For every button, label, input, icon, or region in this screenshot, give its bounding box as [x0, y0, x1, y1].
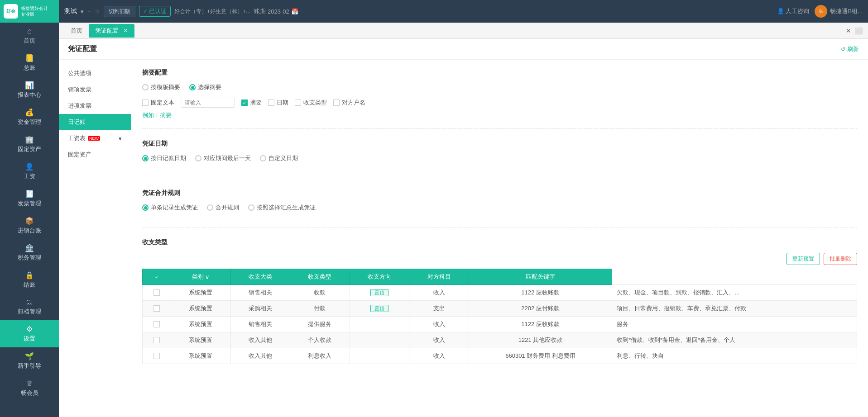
- row-checkbox[interactable]: [153, 305, 160, 312]
- section-summary-config: 摘要配置 按模版摘要 选择摘要: [142, 69, 857, 129]
- cell-income-type: 提供服务: [290, 317, 350, 332]
- sidebar-item-label: 报表中心: [18, 91, 41, 99]
- left-nav: 公共选项 销项发票 进项发票 日记账 工资表 NEW ▾: [59, 60, 131, 417]
- cell-tag: [350, 332, 409, 348]
- topbar-period: 账期 2023-02 📅: [254, 7, 298, 15]
- radio-merge-circle: [207, 204, 213, 211]
- tab-voucher-config[interactable]: 凭证配置 ✕: [89, 24, 134, 38]
- left-nav-purchase-invoice[interactable]: 进项发票: [59, 98, 131, 114]
- tax-icon: 🏦: [25, 244, 34, 252]
- sidebar-item-invoice-mgmt[interactable]: 🧾 发票管理: [0, 185, 59, 212]
- maximize-button[interactable]: ⬜: [855, 27, 863, 34]
- checkbox-fixed-text[interactable]: 固定文本: [142, 99, 174, 107]
- radio-custom-date[interactable]: 自定义日期: [260, 154, 298, 162]
- topbar-dropdown-arrow[interactable]: ▾: [81, 8, 84, 15]
- table-row: 系统预置 销售相关 收款 置顶 收入 1122 应收账款 欠款、现金、项目款、到…: [143, 285, 857, 301]
- checkbox-box-counterpart: [333, 100, 340, 106]
- sidebar-item-newbie[interactable]: 🌱 新手引导: [0, 347, 59, 374]
- left-nav-public[interactable]: 公共选项: [59, 65, 131, 81]
- help-icon: 👤: [777, 8, 784, 14]
- sidebar-item-ledger[interactable]: 📒 总账: [0, 49, 59, 76]
- checkbox-summary[interactable]: ✓ 摘要: [241, 99, 262, 107]
- refresh-button[interactable]: ↺ 刷新: [841, 45, 859, 53]
- col-checkbox[interactable]: ✓: [143, 269, 171, 285]
- app-logo: 好会 畅捷通好会计 专业版: [0, 0, 59, 23]
- radio-choose-summary[interactable]: 选择摘要: [189, 83, 221, 91]
- sidebar-item-closing[interactable]: 🔒 结账: [0, 266, 59, 294]
- cell-income-type: 个人收款: [290, 332, 350, 348]
- help-label[interactable]: 👤 人工咨询: [777, 7, 810, 15]
- topbar-tags: 好会计（专）+好生意（标）+...: [174, 8, 250, 15]
- funds-icon: 💰: [25, 108, 34, 117]
- user-name: 畅捷通B组...: [830, 7, 863, 15]
- sidebar-item-label: 发票管理: [18, 199, 41, 208]
- cell-direction: 支出: [409, 301, 469, 317]
- fixed-text-input[interactable]: [181, 98, 235, 108]
- topbar-user[interactable]: 头 畅捷通B组...: [815, 5, 863, 18]
- user-avatar: 头: [815, 5, 827, 18]
- tab-home[interactable]: 首页: [64, 24, 89, 38]
- radio-merge-rule[interactable]: 合并规则: [207, 204, 239, 212]
- page-title: 凭证配置: [68, 44, 97, 54]
- income-type-table: ✓ 类别 ∨ 收支大类 收支类型: [142, 269, 857, 364]
- switch-version-button[interactable]: 切到旧版: [104, 6, 135, 17]
- left-nav-fixed-assets[interactable]: 固定资产: [59, 147, 131, 163]
- sidebar-item-reports[interactable]: 📊 报表中心: [0, 76, 59, 104]
- table-actions: 更新预置 批量删除: [142, 253, 857, 265]
- close-window-button[interactable]: ✕: [846, 27, 851, 34]
- sidebar-item-home[interactable]: ⌂ 首页: [0, 23, 59, 49]
- left-nav-salary-table[interactable]: 工资表 NEW ▾: [59, 130, 131, 147]
- col-category[interactable]: 类别 ∨: [171, 269, 231, 285]
- left-nav-journal[interactable]: 日记账: [59, 114, 131, 130]
- row-checkbox[interactable]: [153, 353, 160, 359]
- salary-icon: 👤: [25, 162, 34, 171]
- cell-tag[interactable]: 置顶: [350, 285, 409, 301]
- radio-journal-date[interactable]: 按日记账日期: [142, 154, 186, 162]
- sidebar-item-label: 资金管理: [18, 118, 41, 126]
- row-checkbox[interactable]: [153, 337, 160, 343]
- checkbox-box-income: [295, 100, 301, 106]
- sidebar-item-tax[interactable]: 🏦 税务管理: [0, 239, 59, 266]
- checkbox-counterpart[interactable]: 对方户名: [333, 99, 365, 107]
- section-title-merge: 凭证合并规则: [142, 189, 857, 197]
- cell-direction: 收入: [409, 285, 469, 301]
- batch-delete-button[interactable]: 批量删除: [824, 253, 857, 265]
- sidebar-item-member[interactable]: ♕ 畅会员: [0, 374, 59, 402]
- left-nav-sales-invoice[interactable]: 销项发票: [59, 81, 131, 98]
- cell-account: 1122 应收账款: [469, 285, 612, 301]
- sidebar-item-funds[interactable]: 💰 资金管理: [0, 104, 59, 131]
- table-row: 系统预置 收入其他 个人收款 收入 1221 其他应收款 收到*借款、收到*备用…: [143, 332, 857, 348]
- section-voucher-date: 凭证日期 按日记账日期 对应期间最后一天 自定义日期: [142, 140, 857, 178]
- cell-account: 1122 应收账款: [469, 317, 612, 332]
- table-row: 系统预置 采购相关 付款 置顶 支出 2202 应付账款 项目、日常费用、报销款…: [143, 301, 857, 317]
- calendar-icon[interactable]: 📅: [291, 8, 298, 15]
- pin-tag[interactable]: 置顶: [370, 305, 388, 312]
- row-checkbox[interactable]: [153, 289, 160, 296]
- radio-circle: [142, 84, 149, 90]
- radio-single-circle: [142, 204, 149, 211]
- checkbox-date[interactable]: 日期: [268, 99, 288, 107]
- sidebar-item-label: 新手引导: [18, 362, 41, 370]
- radio-single-record[interactable]: 单条记录生成凭证: [142, 204, 198, 212]
- cell-tag[interactable]: 置顶: [350, 301, 409, 317]
- tab-close-icon[interactable]: ✕: [123, 27, 128, 34]
- tabbar-actions: ✕ ⬜: [846, 27, 863, 34]
- checkbox-income-type[interactable]: 收支类型: [295, 99, 327, 107]
- cell-keywords: 利息、行转、块自: [612, 348, 857, 364]
- sidebar-item-fixed-assets[interactable]: 🏢 固定资产: [0, 131, 59, 158]
- archive-icon: 🗂: [26, 298, 33, 306]
- right-panel: 摘要配置 按模版摘要 选择摘要: [131, 60, 868, 417]
- sidebar-item-archive[interactable]: 🗂 归档管理: [0, 294, 59, 320]
- sidebar-item-salary[interactable]: 👤 工资: [0, 158, 59, 185]
- pin-tag[interactable]: 置顶: [370, 289, 388, 296]
- sidebar-item-settings[interactable]: ⚙ 设置: [0, 320, 59, 347]
- row-checkbox[interactable]: [153, 321, 160, 327]
- radio-summary-gen[interactable]: 按照选择汇总生成凭证: [248, 204, 316, 212]
- sidebar-item-purchase[interactable]: 📦 进销台账: [0, 212, 59, 239]
- radio-template-summary[interactable]: 按模版摘要: [142, 83, 180, 91]
- newbie-icon: 🌱: [25, 352, 34, 360]
- update-preset-button[interactable]: 更新预置: [786, 253, 820, 265]
- radio-period-last[interactable]: 对应期间最后一天: [195, 154, 251, 162]
- purchase-icon: 📦: [25, 217, 34, 225]
- checkbox-box-checked: ✓: [241, 100, 248, 106]
